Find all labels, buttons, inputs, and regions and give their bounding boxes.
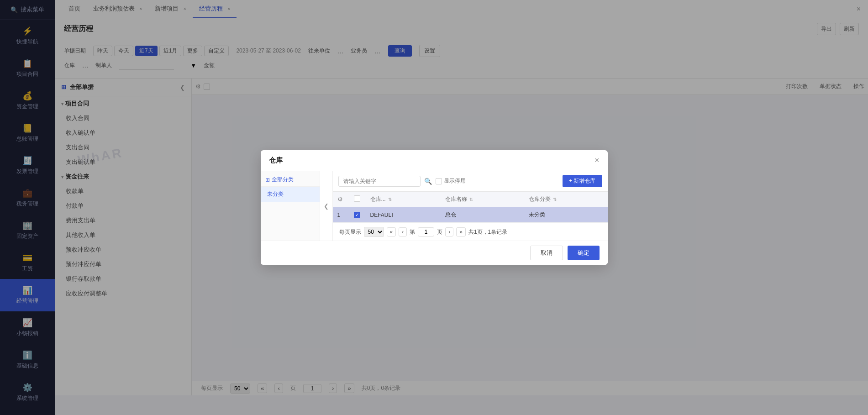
- modal-footer-pagination: 每页显示 50 « ‹ 第 页 › » 共1页，1条记录: [333, 223, 608, 241]
- table-row[interactable]: 1 ✓ DEFAULT 总仓 未分类: [333, 207, 608, 223]
- modal-btn-area: 取消 确定: [530, 246, 600, 260]
- confirm-button[interactable]: 确定: [568, 246, 600, 260]
- grid-icon-modal: ⊞: [265, 177, 270, 183]
- modal-search-input[interactable]: [338, 176, 421, 187]
- col-warehouse-code[interactable]: 仓库... ⇅: [366, 192, 441, 207]
- header-checkbox[interactable]: [354, 195, 360, 202]
- row-warehouse-code: DEFAULT: [366, 207, 441, 223]
- modal-search-icon[interactable]: 🔍: [424, 178, 432, 185]
- modal-body: ⊞ 全部分类 未分类 ❮ 🔍 显示停用: [261, 171, 608, 241]
- sort-icon-category: ⇅: [553, 197, 557, 202]
- modal-sidebar: ⊞ 全部分类 未分类: [261, 171, 320, 241]
- show-disabled-text: 显示停用: [444, 177, 466, 185]
- gear-icon-col: ⚙: [337, 196, 343, 203]
- row-no: 1: [333, 207, 349, 223]
- modal-title: 仓库: [269, 156, 283, 165]
- modal-pagination: 每页显示 50 « ‹ 第 页 › » 共1页，1条记录: [339, 227, 508, 237]
- modal-per-page-select[interactable]: 50: [364, 227, 384, 237]
- sort-icon-code: ⇅: [388, 197, 392, 202]
- col-gear[interactable]: ⚙: [333, 192, 349, 207]
- modal-sidebar-uncategorized[interactable]: 未分类: [261, 187, 320, 202]
- col-warehouse-code-label: 仓库...: [370, 196, 386, 202]
- cancel-button[interactable]: 取消: [530, 246, 563, 260]
- modal-total-label: 共1页，1条记录: [468, 228, 507, 236]
- show-disabled-checkbox[interactable]: [436, 178, 442, 184]
- modal-table: ⚙ 仓库... ⇅ 仓库名称 ⇅: [333, 191, 608, 223]
- show-disabled-label[interactable]: 显示停用: [436, 177, 466, 185]
- modal-per-page-label: 每页显示: [339, 228, 361, 236]
- modal-toolbar: 🔍 显示停用 + 新增仓库: [333, 171, 608, 191]
- row-checkbox-cell[interactable]: ✓: [349, 207, 366, 223]
- col-checkbox-all[interactable]: [349, 192, 366, 207]
- row-checkbox[interactable]: ✓: [354, 212, 360, 218]
- modal-main: 🔍 显示停用 + 新增仓库 ⚙: [333, 171, 608, 241]
- modal-first-page[interactable]: «: [387, 227, 396, 236]
- modal-close-button[interactable]: ×: [594, 156, 600, 165]
- modal-page-label: 第: [410, 228, 415, 236]
- modal-overlay: 仓库 × ⊞ 全部分类 未分类 ❮ 🔍: [0, 0, 868, 415]
- row-warehouse-name: 总仓: [441, 207, 524, 223]
- warehouse-modal: 仓库 × ⊞ 全部分类 未分类 ❮ 🔍: [261, 150, 608, 265]
- row-warehouse-category: 未分类: [524, 207, 608, 223]
- modal-prev-page[interactable]: ‹: [399, 227, 407, 236]
- modal-sidebar-all-category[interactable]: ⊞ 全部分类: [261, 171, 320, 187]
- modal-header: 仓库 ×: [261, 150, 608, 171]
- col-warehouse-name-label: 仓库名称: [445, 196, 467, 202]
- modal-page-input[interactable]: [418, 227, 434, 236]
- all-category-label: 全部分类: [272, 176, 294, 184]
- modal-search-area: 🔍 显示停用: [338, 176, 466, 187]
- modal-sidebar-collapse[interactable]: ❮: [320, 171, 333, 241]
- modal-confirm-area: 取消 确定: [261, 241, 608, 265]
- modal-next-page[interactable]: ›: [445, 227, 453, 236]
- add-warehouse-button[interactable]: + 新增仓库: [563, 175, 602, 187]
- col-warehouse-category-label: 仓库分类: [529, 196, 551, 202]
- modal-page-unit: 页: [437, 228, 442, 236]
- col-warehouse-category[interactable]: 仓库分类 ⇅: [524, 192, 608, 207]
- sort-icon-name: ⇅: [469, 197, 473, 202]
- col-warehouse-name[interactable]: 仓库名称 ⇅: [441, 192, 524, 207]
- modal-table-wrap: ⚙ 仓库... ⇅ 仓库名称 ⇅: [333, 191, 608, 223]
- modal-last-page[interactable]: »: [456, 227, 466, 236]
